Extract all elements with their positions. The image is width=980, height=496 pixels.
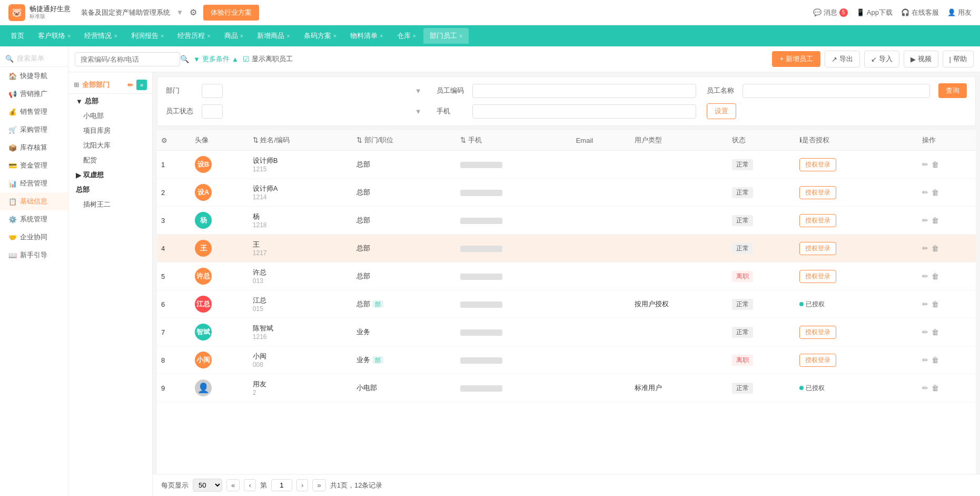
emp-name-input[interactable] [743,84,930,98]
tab-close-icon[interactable]: × [114,33,117,39]
auth-login-button[interactable]: 授权登录 [799,354,836,367]
row-auth[interactable]: 授权登录 [795,151,899,179]
delete-button[interactable]: 🗑 [932,356,939,364]
sidebar-item-basic-info[interactable]: 📋 基础信息 [0,192,68,210]
tab-close-icon[interactable]: × [240,33,243,39]
row-auth[interactable]: 授权登录 [795,318,899,346]
edit-button[interactable]: ✏ [922,160,928,169]
sidebar-item-marketing[interactable]: 📢 营销推广 [0,85,68,103]
dept-select[interactable] [202,84,223,98]
help-button[interactable]: | 帮助 [943,51,974,67]
dept-node-xdb[interactable]: 小电部 [68,109,152,123]
delete-button[interactable]: 🗑 [932,244,939,252]
row-auth[interactable]: 授权登录 [795,262,899,290]
first-page-button[interactable]: « [226,479,240,491]
trial-button[interactable]: 体验行业方案 [203,5,259,21]
tab-close-icon[interactable]: × [333,33,336,39]
dept-node-shenyang[interactable]: 沈阳大库 [68,138,152,153]
export-button[interactable]: ↗ 导出 [825,51,860,67]
prev-page-button[interactable]: ‹ [244,479,255,491]
online-service-btn[interactable]: 🎧 在线客服 [901,8,939,17]
sidebar-item-sales[interactable]: 💰 销售管理 [0,103,68,121]
tab-goods[interactable]: 商品 × [218,28,250,44]
dept-node-double[interactable]: ▶ 双虚想 [68,168,152,182]
tab-customer[interactable]: 客户联络 × [32,28,77,44]
tab-close-icon[interactable]: × [67,33,71,39]
auth-login-button[interactable]: 授权登录 [799,214,836,227]
auth-login-button[interactable]: 授权登录 [799,270,836,283]
emp-code-input[interactable] [472,84,697,98]
tab-dept-staff[interactable]: 部门员工 × [423,28,469,44]
auth-login-button[interactable]: 授权登录 [799,186,836,199]
sidebar-item-management[interactable]: 📊 经营管理 [0,174,68,192]
dept-node-project[interactable]: 项目库房 [68,123,152,138]
dept-node-hq[interactable]: 总部 [68,182,152,197]
set-button[interactable]: 设置 [707,103,736,119]
edit-dept-icon[interactable]: ✏ [127,81,133,89]
tab-close-icon[interactable]: × [207,33,210,39]
tab-history[interactable]: 经营历程 × [171,28,216,44]
user-btn[interactable]: 👤 用友 [947,8,972,17]
delete-button[interactable]: 🗑 [932,328,939,336]
sidebar-item-purchase[interactable]: 🛒 采购管理 [0,121,68,139]
delete-button[interactable]: 🗑 [932,188,939,197]
row-auth[interactable]: 授权登录 [795,207,899,235]
edit-button[interactable]: ✏ [922,188,928,197]
tab-close-icon[interactable]: × [459,33,462,39]
dept-node-distribution[interactable]: 配货 [68,153,152,168]
edit-button[interactable]: ✏ [922,356,928,364]
sidebar-item-shortcuts[interactable]: 🏠 快捷导航 [0,67,68,85]
edit-button[interactable]: ✏ [922,244,928,252]
tab-close-icon[interactable]: × [286,33,290,39]
tab-close-icon[interactable]: × [413,33,416,39]
edit-button[interactable]: ✏ [922,384,928,392]
col-name-code[interactable]: ⇅ 姓名/编码 [249,130,352,151]
collapse-dept-icon[interactable]: « [136,80,147,90]
sidebar-item-collab[interactable]: 🤝 企业协同 [0,228,68,246]
gear-button[interactable]: ⚙ [190,7,197,17]
status-select[interactable] [202,104,223,119]
next-page-button[interactable]: › [296,479,308,491]
search-button[interactable]: 🔍 [180,55,189,63]
dept-node-root[interactable]: ▼ 总部 [68,94,152,109]
per-page-select[interactable]: 50 100 [193,479,222,492]
search-input[interactable] [75,52,180,66]
tab-operation[interactable]: 经营情况 × [78,28,123,44]
auth-login-button[interactable]: 授权登录 [799,158,836,171]
sidebar-item-finance[interactable]: 💳 资金管理 [0,157,68,174]
tab-bom[interactable]: 物料清单 × [344,28,389,44]
phone-input[interactable] [472,104,697,119]
import-button[interactable]: ↙ 导入 [864,51,899,67]
sidebar-item-guide[interactable]: 📖 新手引导 [0,246,68,264]
delete-button[interactable]: 🗑 [932,384,939,392]
tab-home[interactable]: 首页 [4,28,31,44]
sidebar-item-inventory[interactable]: 📦 库存核算 [0,139,68,157]
dept-node-chashuwang[interactable]: 插树王二 [68,197,152,212]
view-button[interactable]: ▶ 视频 [904,51,938,67]
tab-warehouse[interactable]: 仓库 × [391,28,422,44]
col-phone[interactable]: ⇅ 手机 [456,130,572,151]
delete-button[interactable]: 🗑 [932,160,939,169]
col-dept-pos[interactable]: ⇅ 部门/职位 [352,130,456,151]
delete-button[interactable]: 🗑 [932,216,939,225]
tab-close-icon[interactable]: × [380,33,383,39]
last-page-button[interactable]: » [312,479,325,491]
tab-new-goods[interactable]: 新增商品 × [251,28,296,44]
app-download-btn[interactable]: 📱 App下载 [856,8,893,17]
tab-close-icon[interactable]: × [161,33,164,39]
edit-button[interactable]: ✏ [922,300,928,308]
delete-button[interactable]: 🗑 [932,300,939,308]
auth-login-button[interactable]: 授权登录 [799,326,836,339]
col-settings[interactable]: ⚙ [157,130,191,151]
row-auth[interactable]: 授权登录 [795,179,899,207]
row-auth[interactable]: 授权登录 [795,235,899,262]
message-btn[interactable]: 💬 消息 5 [813,8,848,17]
tab-profit[interactable]: 利润报告 × [125,28,170,44]
query-button[interactable]: 查询 [938,83,967,98]
auth-login-button[interactable]: 授权登录 [799,242,836,255]
page-input[interactable] [271,479,292,491]
filter-more-button[interactable]: ▼ 更多条件 ▲ [193,54,239,64]
edit-button[interactable]: ✏ [922,216,928,225]
edit-button[interactable]: ✏ [922,272,928,280]
sidebar-item-system[interactable]: ⚙️ 系统管理 [0,210,68,228]
